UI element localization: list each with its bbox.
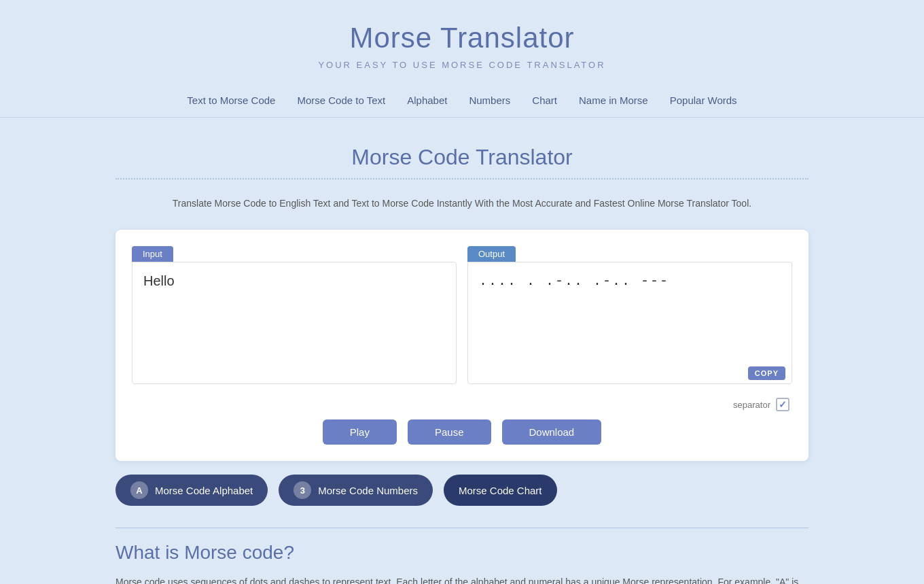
separator-row: separator ✓ [132,398,792,411]
what-is-section: What is Morse code? Morse code uses sequ… [116,528,808,584]
tab-numbers-icon: 3 [294,481,311,499]
site-subtitle: Your Easy to Use Morse Code Translator [14,60,910,70]
nav-morse-to-text[interactable]: Morse Code to Text [297,95,385,106]
nav-numbers[interactable]: Numbers [469,95,510,106]
output-box: .... . .-.. .-.. --- COPY [467,262,792,387]
pause-button[interactable]: Pause [408,419,491,445]
output-label: Output [467,246,516,262]
main-nav: Text to Morse Code Morse Code to Text Al… [0,84,924,118]
section-tabs: A Morse Code Alphabet 3 Morse Code Numbe… [116,475,808,506]
tab-numbers[interactable]: 3 Morse Code Numbers [279,475,433,506]
separator-checkbox[interactable]: ✓ [776,398,789,411]
checkmark-icon: ✓ [779,399,787,410]
title-divider [116,178,808,179]
input-label: Input [132,246,173,262]
description-text: Translate Morse Code to English Text and… [116,196,808,211]
nav-alphabet[interactable]: Alphabet [407,95,447,106]
io-row: Input Hello Output .... . .-.. .-.. --- … [132,246,792,387]
action-buttons: Play Pause Download [132,419,792,445]
input-textarea[interactable]: Hello [132,262,457,384]
copy-button[interactable]: COPY [748,366,785,380]
nav-popular-words[interactable]: Popular Words [670,95,737,106]
download-button[interactable]: Download [502,419,602,445]
what-is-text: Morse code uses sequences of dots and da… [116,574,808,584]
tab-chart[interactable]: Morse Code Chart [444,475,557,506]
header: Morse Translator Your Easy to Use Morse … [0,0,924,84]
tab-chart-label: Morse Code Chart [459,485,542,496]
play-button[interactable]: Play [323,419,397,445]
nav-name-in-morse[interactable]: Name in Morse [579,95,648,106]
what-is-title: What is Morse code? [116,542,808,564]
output-column: Output .... . .-.. .-.. --- COPY [467,246,792,387]
translator-box: Input Hello Output .... . .-.. .-.. --- … [116,230,808,461]
nav-chart[interactable]: Chart [532,95,557,106]
tab-alphabet-icon: A [130,481,148,499]
page-title: Morse Code Translator [116,145,808,170]
output-textarea[interactable]: .... . .-.. .-.. --- [467,262,792,384]
tab-alphabet-label: Morse Code Alphabet [155,485,253,496]
input-column: Input Hello [132,246,457,387]
site-title: Morse Translator [14,22,910,54]
tab-alphabet[interactable]: A Morse Code Alphabet [116,475,268,506]
main-content: Morse Code Translator Translate Morse Co… [102,118,822,584]
tab-numbers-label: Morse Code Numbers [318,485,418,496]
separator-label: separator [733,400,770,410]
nav-text-to-morse[interactable]: Text to Morse Code [187,95,275,106]
